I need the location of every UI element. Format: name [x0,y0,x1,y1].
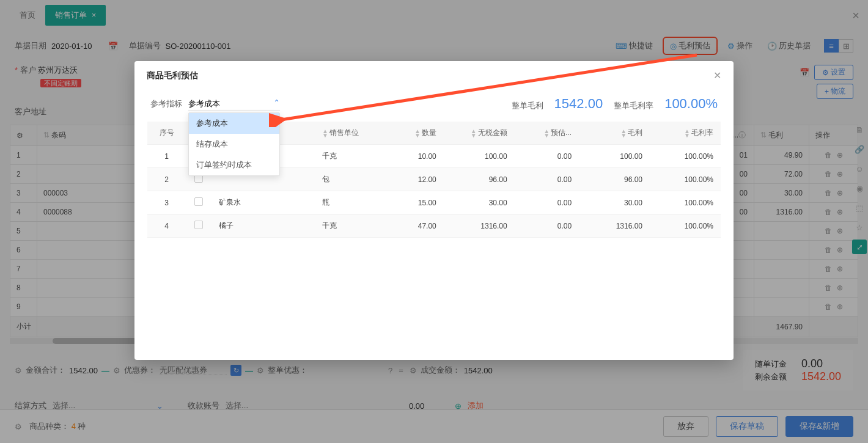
modal-overlay: 商品毛利预估 ✕ 参考指标 ⌄ 参考成本 结存成本 订单签约时成本 整单毛利 1… [0,0,868,443]
table-row[interactable]: 4橘子千克47.001316.000.001316.00100.00% [147,214,721,238]
col-profit[interactable]: ▲▼毛利 [579,122,650,145]
dropdown-option-ref-cost[interactable]: 参考成本 [189,113,279,134]
dropdown-option-balance-cost[interactable]: 结存成本 [189,134,279,155]
modal-subheader: 参考指标 ⌄ 参考成本 结存成本 订单签约时成本 整单毛利 1542.00 整单… [134,90,734,122]
ref-input[interactable] [188,97,280,111]
modal-stats: 整单毛利 1542.00 整单毛利率 100.00% [512,96,718,112]
chevron-up-icon[interactable]: ⌄ [273,98,280,107]
modal-title: 商品毛利预估 [147,70,198,81]
ref-select[interactable]: ⌄ 参考成本 结存成本 订单签约时成本 [188,97,280,111]
modal-close-icon[interactable]: ✕ [713,70,721,81]
total-rate-label: 整单毛利率 [614,100,653,111]
col-amount[interactable]: ▲▼无税金额 [444,122,515,145]
profit-modal: 商品毛利预估 ✕ 参考指标 ⌄ 参考成本 结存成本 订单签约时成本 整单毛利 1… [134,61,734,360]
total-profit-value: 1542.00 [554,96,603,112]
checkbox[interactable] [194,197,203,206]
col-qty[interactable]: ▲▼数量 [379,122,443,145]
ref-label: 参考指标 [150,98,182,109]
col-seq[interactable]: 序号 [147,122,186,145]
checkbox[interactable] [194,221,203,229]
col-rate[interactable]: ▲▼毛利率 [650,122,721,145]
dropdown-option-sign-cost[interactable]: 订单签约时成本 [189,155,279,175]
modal-header: 商品毛利预估 ✕ [134,61,734,90]
total-rate-value: 100.00% [664,96,718,112]
col-unit[interactable]: ▲▼销售单位 [315,122,379,145]
total-profit-label: 整单毛利 [512,100,543,111]
ref-dropdown: 参考成本 结存成本 订单签约时成本 [188,112,280,176]
col-est[interactable]: ▲▼预估... [515,122,579,145]
table-row[interactable]: 3矿泉水瓶15.0030.000.0030.00100.00% [147,191,721,214]
